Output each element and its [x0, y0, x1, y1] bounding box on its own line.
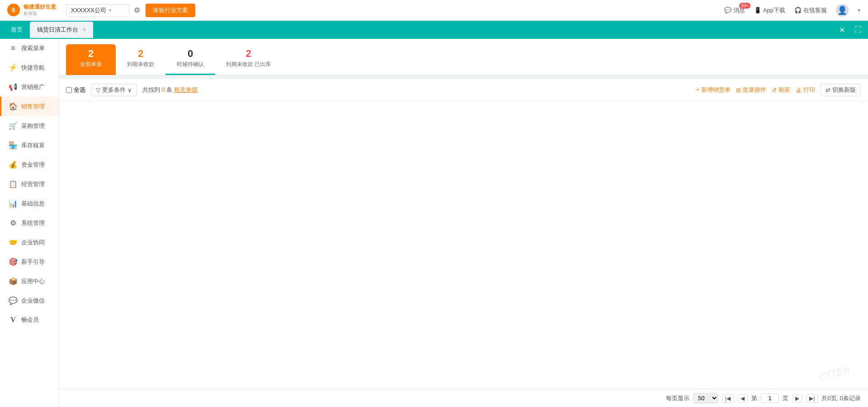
app-download-button[interactable]: 📱 App下载 — [754, 6, 785, 14]
sidebar-item-quick-nav[interactable]: ⚡ 快捷导航 — [0, 58, 58, 77]
trial-button[interactable]: 体验行业方案 — [146, 4, 195, 17]
sidebar-label-wechat: 企业微信 — [21, 297, 45, 305]
sidebar-item-sales[interactable]: 🏠 销售管理 — [0, 97, 58, 116]
sidebar: ≡ 搜索菜单 ⚡ 快捷导航 📢 营销推广 🏠 销售管理 🛒 采购管理 🏪 库存核… — [0, 39, 59, 407]
app-name: 畅捷通好生意 — [24, 4, 56, 10]
nav-tabs: 首页 钱货日清工作台 × ✕ ⛶ — [0, 21, 868, 39]
stat-tab-overdue-out[interactable]: 2 到期未收款 已出库 — [215, 44, 282, 75]
guide-icon: 🎯 — [9, 257, 18, 266]
sidebar-label-operation: 经营管理 — [21, 180, 45, 188]
page-size-select[interactable]: 50 100 200 — [693, 393, 718, 403]
header-right: 💬 消息 99+ 📱 App下载 🎧 在线客服 👤 ▾ — [724, 4, 861, 17]
stat-label-pending: 旺辅待确认 — [176, 61, 204, 68]
user-avatar[interactable]: 👤 — [836, 4, 849, 17]
top-header: 6 畅捷通好生意 标准版 XXXXXX公司 ▾ ⚙ 体验行业方案 💬 消息 99… — [0, 0, 868, 21]
tab-minimize-button[interactable]: ✕ — [835, 23, 848, 36]
chevron-down-icon: ▾ — [109, 8, 111, 13]
select-all-checkbox[interactable]: 全选 — [66, 86, 85, 94]
system-icon: ⚙ — [9, 219, 18, 227]
sidebar-item-operation[interactable]: 📋 经营管理 — [0, 174, 58, 194]
stat-count-all: 2 — [77, 48, 105, 60]
maximize-icon: ⛶ — [854, 26, 862, 34]
content-area: 2 全部单据 2 到期未收款 0 旺辅待确认 2 到期未收款 已出库 全选 — [59, 39, 868, 407]
toolbar: 全选 ▽ 更多条件 ∨ 共找到 0 条 相关单据 + 新增销货单 ⊞ 批量操作 — [59, 79, 868, 101]
sidebar-label-system: 系统管理 — [21, 219, 45, 227]
more-filters-button[interactable]: ▽ 更多条件 ∨ — [91, 84, 137, 96]
stat-label-overdue-out: 到期未收款 已出库 — [226, 61, 271, 68]
last-page-button[interactable]: ▶| — [806, 394, 818, 403]
stat-count-overdue-out: 2 — [226, 48, 271, 60]
refresh-icon: ↺ — [772, 87, 777, 94]
tab-maximize-button[interactable]: ⛶ — [852, 23, 864, 36]
tab-home[interactable]: 首页 — [4, 22, 30, 38]
sidebar-label-member: 畅会员 — [21, 316, 39, 324]
filter-chevron-icon: ∨ — [127, 87, 132, 94]
main-layout: ≡ 搜索菜单 ⚡ 快捷导航 📢 营销推广 🏠 销售管理 🛒 采购管理 🏪 库存核… — [0, 39, 868, 407]
sidebar-label-finance: 资金管理 — [21, 161, 45, 169]
online-service-button[interactable]: 🎧 在线客服 — [794, 6, 827, 14]
tab-close-icon[interactable]: × — [83, 27, 86, 33]
refresh-button[interactable]: ↺ 刷新 — [772, 86, 790, 94]
first-page-button[interactable]: |◀ — [722, 394, 734, 403]
search-menu-icon: ≡ — [9, 44, 18, 52]
settings-icon[interactable]: ⚙ — [134, 6, 140, 14]
nav-tab-actions: ✕ ⛶ — [835, 23, 864, 36]
cooperation-icon: 🤝 — [9, 238, 18, 247]
batch-operation-button[interactable]: ⊞ 批量操作 — [736, 86, 766, 94]
print-icon: 🖨 — [796, 87, 802, 94]
download-icon: 📱 — [754, 7, 761, 14]
inventory-icon: 🏪 — [9, 141, 18, 150]
add-sale-order-button[interactable]: + 新增销货单 — [696, 86, 731, 94]
sidebar-item-cooperation[interactable]: 🤝 企业协同 — [0, 233, 58, 252]
batch-icon: ⊞ — [736, 87, 741, 94]
sidebar-item-inventory[interactable]: 🏪 库存核算 — [0, 136, 58, 155]
stat-tab-all[interactable]: 2 全部单据 — [66, 44, 116, 75]
sidebar-item-guide[interactable]: 🎯 新手引导 — [0, 252, 58, 271]
sidebar-label-app-center: 应用中心 — [21, 277, 45, 285]
sidebar-item-search-menu[interactable]: ≡ 搜索菜单 — [0, 39, 58, 58]
sidebar-item-purchase[interactable]: 🛒 采购管理 — [0, 116, 58, 136]
messages-button[interactable]: 💬 消息 99+ — [724, 6, 745, 14]
tab-workbench[interactable]: 钱货日清工作台 × — [30, 22, 93, 38]
sidebar-item-basic-info[interactable]: 📊 基础信息 — [0, 194, 58, 213]
sidebar-item-wechat[interactable]: 💬 企业微信 — [0, 291, 58, 310]
stat-tab-overdue[interactable]: 2 到期未收款 — [116, 44, 165, 75]
pagination-bar: 每页显示 50 100 200 |◀ ◀ 第 页 ▶ ▶| 共0页, 0条记录 — [59, 389, 868, 407]
service-icon: 🎧 — [794, 7, 802, 14]
filter-icon: ▽ — [96, 87, 100, 94]
app-center-icon: 📦 — [9, 277, 18, 285]
sales-icon: 🏠 — [9, 102, 18, 111]
wechat-icon: 💬 — [9, 296, 18, 305]
prev-page-button[interactable]: ◀ — [737, 394, 748, 403]
user-name-display[interactable]: ▾ — [858, 7, 861, 14]
basic-info-icon: 📊 — [9, 199, 18, 208]
switch-icon: ⇄ — [826, 87, 830, 94]
stat-label-overdue: 到期未收款 — [127, 61, 155, 68]
member-icon: V — [9, 316, 18, 324]
company-name: XXXXXX公司 — [71, 6, 106, 14]
print-button[interactable]: 🖨 打印 — [796, 86, 815, 94]
stats-tabs: 2 全部单据 2 到期未收款 0 旺辅待确认 2 到期未收款 已出库 — [59, 39, 868, 75]
switch-version-button[interactable]: ⇄ 切换新版 — [821, 84, 861, 96]
company-selector[interactable]: XXXXXX公司 ▾ — [66, 4, 129, 17]
message-icon: 💬 — [724, 7, 731, 14]
next-page-button[interactable]: ▶ — [792, 394, 802, 403]
total-records-label: 共0页, 0条记录 — [821, 394, 861, 402]
minimize-icon: ✕ — [839, 26, 845, 34]
page-input[interactable] — [761, 393, 779, 403]
sidebar-label-purchase: 采购管理 — [21, 122, 45, 130]
stat-tab-pending[interactable]: 0 旺辅待确认 — [165, 44, 215, 75]
stat-count-pending: 0 — [176, 48, 204, 60]
operation-icon: 📋 — [9, 180, 18, 188]
sidebar-item-system[interactable]: ⚙ 系统管理 — [0, 213, 58, 233]
sidebar-item-member[interactable]: V 畅会员 — [0, 310, 58, 329]
message-badge: 99+ — [739, 3, 750, 9]
purchase-icon: 🛒 — [9, 122, 18, 130]
sidebar-item-finance[interactable]: 💰 资金管理 — [0, 155, 58, 174]
logo-area: 6 畅捷通好生意 标准版 — [7, 4, 66, 16]
marketing-icon: 📢 — [9, 83, 18, 91]
sidebar-label-cooperation: 企业协同 — [21, 239, 45, 247]
sidebar-item-marketing[interactable]: 📢 营销推广 — [0, 77, 58, 97]
found-count-display: 共找到 0 条 相关单据 — [142, 86, 198, 94]
sidebar-item-app-center[interactable]: 📦 应用中心 — [0, 271, 58, 291]
